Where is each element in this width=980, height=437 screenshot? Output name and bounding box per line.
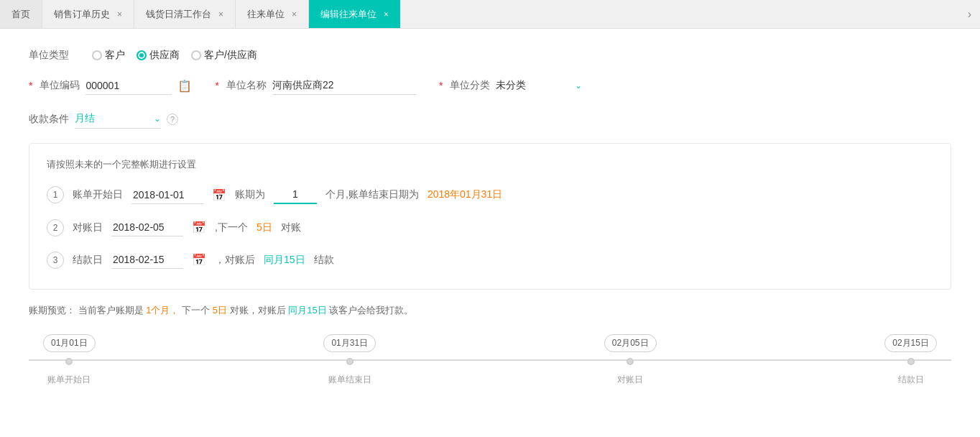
- tab-edit-partner-close[interactable]: ×: [384, 9, 389, 19]
- unit-category-arrow-icon: ⌄: [575, 80, 582, 91]
- tab-partner-close[interactable]: ×: [292, 9, 297, 19]
- unit-code-field: * 单位编码 📋: [29, 77, 192, 95]
- payment-terms-value: 月结: [75, 112, 151, 125]
- period-hint: 请按照未来的一个完整帐期进行设置: [47, 158, 933, 171]
- tab-expand-icon[interactable]: ›: [959, 0, 980, 28]
- timeline-badge-2: 01月31日: [323, 334, 376, 352]
- unit-name-field: * 单位名称: [215, 77, 415, 95]
- radio-both[interactable]: 客户/供应商: [191, 49, 257, 62]
- timeline-label-1: 账单开始日: [47, 374, 91, 386]
- timeline-point-2: 01月31日 账单结束日: [323, 334, 376, 386]
- timeline-badge-4: 02月15日: [884, 334, 937, 352]
- payment-terms-arrow-icon: ⌄: [154, 114, 161, 124]
- radio-customer-circle: [92, 50, 102, 60]
- unit-code-label: 单位编码: [40, 79, 80, 92]
- tab-sales-history-close[interactable]: ×: [117, 9, 122, 19]
- tab-sales-history[interactable]: 销售订单历史 ×: [42, 0, 134, 28]
- timeline-point-4: 02月15日 结款日: [884, 334, 937, 386]
- timeline-label-2: 账单结束日: [328, 374, 371, 386]
- preview-part3: 同月15日: [288, 305, 326, 316]
- timeline-label-3: 对账日: [617, 374, 643, 386]
- unit-category-star: *: [439, 80, 443, 91]
- period-num-2: 2: [47, 219, 64, 236]
- period-reconcile-highlight: 5日: [256, 221, 272, 234]
- radio-customer[interactable]: 客户: [92, 49, 125, 62]
- unit-info-row: * 单位编码 📋 * 单位名称 * 单位分类 未分类 ⌄: [29, 76, 951, 95]
- period-reconcile-calendar-icon[interactable]: 📅: [192, 221, 206, 234]
- period-label-2: 对账日: [73, 221, 103, 234]
- period-payment-date-input[interactable]: [111, 251, 183, 269]
- period-end-date: 2018年01月31日: [427, 188, 502, 201]
- period-payment-highlight: 同月15日: [264, 254, 305, 267]
- tab-partner[interactable]: 往来单位 ×: [236, 0, 309, 28]
- period-desc-prefix-2: ,下一个: [215, 221, 248, 234]
- radio-supplier[interactable]: 供应商: [137, 49, 180, 62]
- timeline-badge-3: 02月05日: [604, 334, 657, 352]
- unit-name-label: 单位名称: [226, 79, 267, 92]
- period-desc-suffix-3: 结款: [314, 254, 334, 267]
- period-row-1: 1 账单开始日 📅 账期为 个月,账单结束日期为 2018年01月31日: [47, 185, 933, 204]
- period-desc-suffix-2: 对账: [281, 221, 301, 234]
- timeline-badge-1: 01月01日: [43, 334, 96, 352]
- unit-type-label: 单位类型: [29, 49, 69, 62]
- period-label-3: 结款日: [73, 254, 103, 267]
- period-label-1: 账单开始日: [73, 188, 123, 201]
- tab-bar: 首页 销售订单历史 × 钱货日清工作台 × 往来单位 × 编辑往来单位 × ›: [0, 0, 980, 29]
- period-desc-prefix-1: 账期为: [235, 188, 265, 201]
- tab-cash-work[interactable]: 钱货日清工作台 ×: [134, 0, 236, 28]
- timeline-points: 01月01日 账单开始日 01月31日 账单结束日 02月05日 对账日: [43, 334, 937, 386]
- unit-name-star: *: [215, 80, 218, 91]
- tab-cash-work-close[interactable]: ×: [218, 9, 223, 19]
- unit-type-radio-group: 客户 供应商 客户/供应商: [92, 49, 257, 62]
- period-row-2: 2 对账日 📅 ,下一个 5日 对账: [47, 218, 933, 236]
- period-payment-calendar-icon[interactable]: 📅: [192, 253, 206, 267]
- timeline-point-3: 02月05日 对账日: [604, 334, 657, 386]
- period-month-input[interactable]: [274, 185, 317, 204]
- unit-category-field: * 单位分类 未分类 ⌄: [439, 76, 582, 95]
- payment-terms-field: 收款条件 月结 ⌄ ?: [29, 109, 178, 129]
- period-num-3: 3: [47, 252, 64, 269]
- radio-both-circle: [191, 50, 201, 60]
- preview-text-suffix: 该客户会给我打款。: [329, 305, 413, 316]
- preview-label: 账期预览：: [29, 305, 75, 316]
- period-num-1: 1: [47, 186, 64, 203]
- tab-edit-partner[interactable]: 编辑往来单位 ×: [309, 0, 400, 28]
- payment-terms-help-icon[interactable]: ?: [167, 114, 178, 125]
- radio-supplier-circle: [137, 50, 147, 60]
- preview-text-mid2: 对账，对账后: [230, 305, 286, 316]
- unit-category-value: 未分类: [496, 79, 572, 92]
- preview-section: 账期预览： 当前客户账期是 1个月， 下一个 5日 对账，对账后 同月15日 该…: [29, 304, 951, 317]
- period-desc-suffix-1: 个月,账单结束日期为: [325, 188, 419, 201]
- preview-text-mid1: 下一个: [182, 305, 210, 316]
- payment-terms-label: 收款条件: [29, 113, 69, 126]
- timeline-node-1: [65, 358, 73, 365]
- tab-home[interactable]: 首页: [0, 0, 42, 28]
- payment-terms-dropdown[interactable]: 月结 ⌄: [75, 109, 161, 129]
- timeline-point-1: 01月01日 账单开始日: [43, 334, 96, 386]
- unit-type-field: 单位类型: [29, 49, 69, 62]
- main-content: 单位类型 客户 供应商 客户/供应商 * 单位编码 📋 *: [0, 29, 980, 437]
- period-reconcile-date-input[interactable]: [111, 218, 183, 236]
- unit-category-dropdown[interactable]: 未分类 ⌄: [496, 76, 582, 95]
- unit-code-star: *: [29, 80, 32, 91]
- period-settings-box: 请按照未来的一个完整帐期进行设置 1 账单开始日 📅 账期为 个月,账单结束日期…: [29, 143, 951, 290]
- period-desc-prefix-3: ，对账后: [215, 254, 255, 267]
- timeline-label-4: 结款日: [898, 374, 924, 386]
- timeline-node-2: [346, 358, 353, 365]
- unit-type-row: 单位类型 客户 供应商 客户/供应商: [29, 49, 951, 62]
- unit-category-label: 单位分类: [450, 79, 490, 92]
- payment-terms-row: 收款条件 月结 ⌄ ?: [29, 109, 951, 129]
- period-start-date-input[interactable]: [131, 186, 203, 204]
- preview-text-prefix: 当前客户账期是: [78, 305, 144, 316]
- preview-part2: 5日: [213, 305, 227, 316]
- unit-code-input[interactable]: [85, 77, 172, 95]
- timeline-node-3: [627, 358, 634, 365]
- preview-part1: 1个月，: [146, 305, 179, 316]
- timeline: 01月01日 账单开始日 01月31日 账单结束日 02月05日 对账日: [29, 334, 951, 386]
- timeline-node-4: [907, 358, 915, 365]
- unit-code-copy-icon[interactable]: 📋: [177, 79, 192, 93]
- unit-name-input[interactable]: [272, 77, 416, 95]
- period-start-calendar-icon[interactable]: 📅: [212, 188, 226, 202]
- period-row-3: 3 结款日 📅 ，对账后 同月15日 结款: [47, 251, 933, 269]
